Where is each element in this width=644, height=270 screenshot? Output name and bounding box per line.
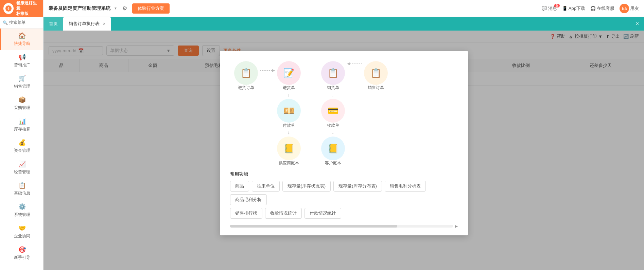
common-buttons-row2: 销售排行榜 收款情况统计 付款情况统计 [230,208,458,219]
common-btn-stock-status[interactable]: 现存量(库存状况表) [282,181,331,192]
home-icon: 🏠 [18,32,26,39]
sidebar: 6 畅康通好生意 标推版 🔍 搜索菜单 🏠 快捷导航 📢 营销推广 🛒 销售管理 [0,0,43,270]
arrow-down-4: ↓ [332,130,334,135]
customer-account-icon: 📒 [328,143,338,154]
common-btn-product-margin[interactable]: 商品毛利分析 [230,194,267,205]
scrollbar-track[interactable] [230,225,453,228]
arrow-down-2: ↓ [288,130,290,135]
operation-icon: 📈 [18,160,26,168]
message-btn[interactable]: 💬 消息 5 [542,5,557,12]
flow-col-purchase-order: 📋 进货订单 [234,61,258,91]
common-btn-partner[interactable]: 往来单位 [252,181,280,192]
service-icon: 🎧 [590,6,596,11]
system-title: 装备及固定资产辅助管理系统 [49,5,110,12]
modal-dialog: 📋 进货订单 ▶ 📝 [220,51,468,235]
modal-overlay[interactable]: 📋 进货订单 ▶ 📝 [43,31,644,270]
avatar: Ea [620,4,629,13]
flow-node-supplier-account[interactable]: 📒 [277,137,301,160]
online-service-btn[interactable]: 🎧 在线客服 [590,5,614,12]
common-btn-product[interactable]: 商品 [230,181,249,192]
inventory-icon: 📊 [18,118,26,125]
supplier-account-label: 供应商账本 [279,160,299,166]
tab-bar: 首页 销售订单执行表 × × [43,17,644,31]
dashed-arrow-right: ◀ [345,61,364,66]
sidebar-item-marketing[interactable]: 📢 营销推广 [0,50,43,71]
tab-home[interactable]: 首页 [43,17,63,31]
app-download-btn[interactable]: 📱 App下载 [562,5,585,12]
sales-slip-icon: 📋 [328,68,338,78]
tab-bar-close-btn[interactable]: × [636,21,639,27]
settings-icon[interactable]: ⚙ [122,5,127,12]
purchase-order-icon: 📋 [241,68,251,78]
sidebar-item-enterprise[interactable]: 🤝 企业协同 [0,221,43,242]
sidebar-item-inventory[interactable]: 📊 库存核算 [0,114,43,136]
common-functions-title: 常用功能 [230,171,458,177]
arrow-purchase-to-purchase-slip: ▶ [258,68,277,73]
common-btn-payment-stats[interactable]: 付款情况统计 [304,208,341,219]
search-menu[interactable]: 🔍 搜索菜单 [0,17,43,29]
download-icon: 📱 [562,6,568,11]
main-area: 装备及固定资产辅助管理系统 ▼ ⚙ 体验行业方案 💬 消息 5 📱 App下载 … [43,0,644,270]
flow-node-sales-order[interactable]: 📋 [364,61,388,85]
common-btn-receipt-stats[interactable]: 收款情况统计 [265,208,302,219]
sidebar-item-guide[interactable]: 🎯 新手引导 [0,242,43,264]
flow-node-receipt[interactable]: 💳 [321,99,345,123]
basic-info-icon: 📋 [18,182,26,189]
payment-icon: 💴 [283,106,294,116]
topbar: 装备及固定资产辅助管理系统 ▼ ⚙ 体验行业方案 💬 消息 5 📱 App下载 … [43,0,644,17]
svg-text:6: 6 [7,7,10,11]
experience-btn[interactable]: 体验行业方案 [132,3,170,14]
tab-close-btn[interactable]: × [103,21,105,26]
purchase-icon: 📦 [18,96,26,104]
sidebar-item-quick-nav[interactable]: 🏠 快捷导航 [0,29,43,50]
sidebar-item-sales[interactable]: 🛒 销售管理 [0,71,43,93]
sidebar-item-operation[interactable]: 📈 经营管理 [0,157,43,178]
content-area: ❓ 帮助 🖨 按模板打印 ▼ ⬆ 导出 🔄 刷新 [43,31,644,270]
sales-icon: 🛒 [18,75,26,82]
system-icon: ⚙️ [18,203,26,211]
flow-node-purchase-order[interactable]: 📋 [234,61,258,85]
payment-label: 付款单 [283,123,295,128]
common-btn-stock-dist[interactable]: 现存量(库存分布表) [333,181,382,192]
flow-col-sales-order: 📋 销售订单 [364,61,388,91]
sidebar-item-system[interactable]: ⚙️ 系统管理 [0,200,43,221]
purchase-slip-label: 进货单 [283,85,295,91]
purchase-slip-icon: 📝 [283,68,294,78]
logo-text: 畅康通好生意 标推版 [16,1,40,17]
arrow-down-1: ↓ [288,92,290,97]
receipt-label: 收款单 [327,123,339,128]
flow-node-customer-account[interactable]: 📒 [321,137,345,160]
marketing-icon: 📢 [18,53,26,61]
flow-node-payment[interactable]: 💴 [277,99,301,123]
sidebar-item-basic-info[interactable]: 📋 基础信息 [0,178,43,200]
sidebar-nav: 🏠 快捷导航 📢 营销推广 🛒 销售管理 📦 采购管理 📊 库存核算 💰 [0,29,43,270]
topbar-right: 💬 消息 5 📱 App下载 🎧 在线客服 Ea 用友 [542,4,639,13]
purchase-order-label: 进货订单 [238,85,254,91]
common-btn-sales-ranking[interactable]: 销售排行榜 [230,208,262,219]
customer-account-label: 客户账本 [325,160,341,166]
system-title-dropdown[interactable]: ▼ [114,6,117,10]
user-menu[interactable]: Ea 用友 [620,4,639,13]
flow-node-sales-slip[interactable]: 📋 [321,61,345,85]
logo-icon: 6 [3,3,14,14]
common-btn-sales-margin[interactable]: 销售毛利分析表 [385,181,426,192]
common-functions-section: 常用功能 商品 往来单位 现存量(库存状况表) 现存量(库存分布表) 销售毛利分… [230,171,458,219]
sidebar-item-purchase[interactable]: 📦 采购管理 [0,93,43,114]
sales-slip-label: 销货单 [327,85,339,91]
modal-scrollbar: ▶ [230,224,458,229]
sidebar-item-finance[interactable]: 💰 资金管理 [0,136,43,157]
finance-icon: 💰 [18,139,26,146]
flow-col-sales-slip: 📋 销货单 ↓ 💳 收款单 ↓ 📒 客户 [321,61,345,166]
arrow-down-3: ↓ [332,92,334,97]
scrollbar-thumb[interactable] [230,225,397,228]
app-logo: 6 畅康通好生意 标推版 [0,0,43,17]
message-icon: 💬 [542,6,547,11]
enterprise-icon: 🤝 [18,224,26,232]
scrollbar-right-arrow[interactable]: ▶ [455,224,458,229]
guide-icon: 🎯 [18,246,26,253]
tab-sales-order[interactable]: 销售订单执行表 × [63,17,111,31]
flow-col-purchase-slip: 📝 进货单 ↓ 💴 付款单 ↓ 📒 供应 [277,61,301,166]
common-buttons-row1: 商品 往来单位 现存量(库存状况表) 现存量(库存分布表) 销售毛利分析表 商品… [230,181,458,205]
flow-node-purchase-slip[interactable]: 📝 [277,61,301,85]
search-icon: 🔍 [3,20,8,25]
